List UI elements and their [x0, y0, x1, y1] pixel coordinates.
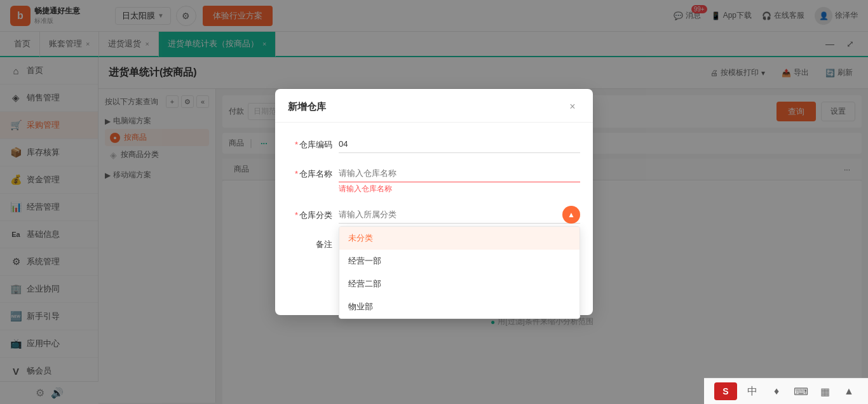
name-input[interactable]: [339, 165, 580, 182]
name-control: 请输入仓库名称: [339, 165, 580, 194]
add-warehouse-modal: 新增仓库 × 仓库编码 仓库名称 请输入仓库名称 仓库分类: [275, 89, 593, 315]
category-dropdown-list: 未分类 经营一部 经营二部 物业部: [339, 226, 580, 319]
modal-body: 仓库编码 仓库名称 请输入仓库名称 仓库分类 ▲: [275, 123, 593, 277]
category-option-operation1[interactable]: 经营一部: [339, 250, 580, 273]
bottom-icon-grid[interactable]: ▦: [816, 382, 834, 400]
form-row-code: 仓库编码: [288, 135, 580, 153]
name-error-msg: 请输入仓库名称: [339, 184, 580, 194]
form-row-category: 仓库分类 ▲ 未分类 经营一部 经营二部 物业部: [288, 206, 580, 224]
form-row-name: 仓库名称 请输入仓库名称: [288, 165, 580, 194]
sogou-logo: S: [714, 382, 737, 400]
bottom-icon-arrow[interactable]: ▲: [840, 382, 858, 400]
category-option-uncategorized[interactable]: 未分类: [339, 227, 580, 250]
modal-close-button[interactable]: ×: [565, 99, 580, 114]
bottom-icon-keyboard[interactable]: ⌨: [792, 382, 810, 400]
code-control: [339, 135, 580, 153]
bottom-icon-diamond[interactable]: ♦: [768, 382, 785, 400]
category-dropdown-arrow[interactable]: ▲: [562, 206, 580, 224]
category-option-property[interactable]: 物业部: [339, 295, 580, 318]
bottom-bar: S 中 ♦ ⌨ ▦ ▲: [704, 378, 868, 404]
name-label: 仓库名称: [288, 165, 332, 180]
category-input[interactable]: [339, 206, 580, 224]
modal-title: 新增仓库: [288, 101, 326, 113]
modal-header: 新增仓库 ×: [275, 89, 593, 123]
note-label: 备注: [288, 235, 332, 250]
bottom-icon-zh[interactable]: 中: [743, 382, 761, 400]
category-option-operation2[interactable]: 经营二部: [339, 273, 580, 295]
category-control: ▲ 未分类 经营一部 经营二部 物业部: [339, 206, 580, 224]
code-label: 仓库编码: [288, 135, 332, 151]
modal-overlay: 新增仓库 × 仓库编码 仓库名称 请输入仓库名称 仓库分类: [0, 0, 868, 404]
category-label: 仓库分类: [288, 206, 332, 221]
code-input[interactable]: [339, 135, 580, 153]
